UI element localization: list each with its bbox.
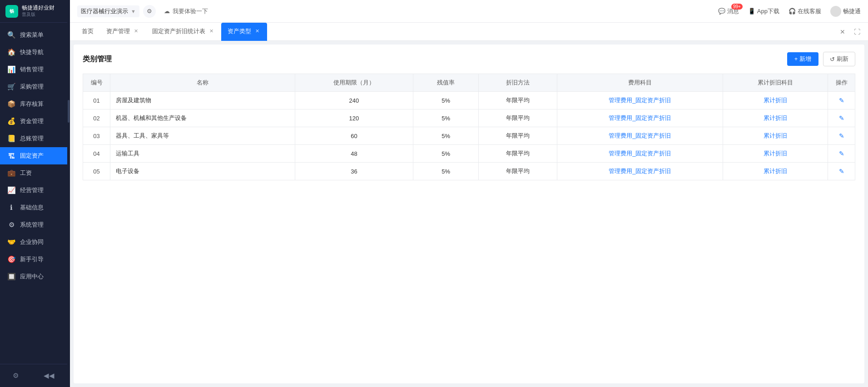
sidebar-item-guide[interactable]: 🎯 新手引导 xyxy=(0,251,67,268)
sidebar-settings-btn[interactable]: ⚙ xyxy=(8,369,23,382)
nav-label-operations: 经营管理 xyxy=(20,186,44,194)
nav-label-system: 系统管理 xyxy=(20,221,44,229)
topbar-left: 医疗器械行业演示 ▼ ⚙ ☁ 我要体验一下 xyxy=(77,5,213,18)
category-table: 编号名称使用期限（月）残值率折旧方法费用科目累计折旧科目操作 01房屋及建筑物2… xyxy=(83,74,855,180)
topbar-settings-btn[interactable]: ⚙ xyxy=(143,5,156,18)
link-3-6[interactable]: 累计折旧 xyxy=(764,150,787,157)
sidebar-item-ledger[interactable]: 📒 总账管理 xyxy=(0,130,67,147)
cell-4-1: 电子设备 xyxy=(110,163,295,180)
edit-icon-3[interactable]: ✎ xyxy=(839,150,844,157)
nav-icon-cooperation: 🤝 xyxy=(7,238,15,246)
tab-asset-type[interactable]: 资产类型✕ xyxy=(221,23,267,41)
tab-close-asset-mgmt[interactable]: ✕ xyxy=(133,28,139,35)
trial-cloud-icon: ☁ xyxy=(164,8,170,15)
link-0-6[interactable]: 累计折旧 xyxy=(764,97,787,104)
tab-depreciation[interactable]: 固定资产折旧统计表✕ xyxy=(146,23,221,41)
app-title: 畅捷通好业财 xyxy=(22,5,55,12)
nav-icon-sales: 📊 xyxy=(7,65,15,74)
link-2-6[interactable]: 累计折旧 xyxy=(764,132,787,139)
cell-0-4: 年限平均 xyxy=(479,92,557,109)
cell-3-5: 管理费用_固定资产折旧 xyxy=(557,145,723,163)
edit-icon-0[interactable]: ✎ xyxy=(839,97,844,104)
sidebar-item-quick-nav[interactable]: 🏠 快捷导航 xyxy=(0,44,67,61)
tab-home[interactable]: 首页 xyxy=(75,23,100,41)
sidebar-item-app-center[interactable]: 🔲 应用中心 xyxy=(0,268,67,285)
nav-icon-payroll: 💼 xyxy=(7,169,15,177)
cell-4-7[interactable]: ✎ xyxy=(828,163,855,180)
tab-close-depreciation[interactable]: ✕ xyxy=(208,28,215,35)
sidebar-item-sales[interactable]: 📊 销售管理 xyxy=(0,61,67,78)
company-selector[interactable]: 医疗器械行业演示 ▼ xyxy=(77,5,139,17)
cell-0-1: 房屋及建筑物 xyxy=(110,92,295,109)
messages-icon: 💬 xyxy=(718,8,725,15)
app-download-btn[interactable]: 📱 App下载 xyxy=(748,7,779,15)
cell-1-4: 年限平均 xyxy=(479,109,557,127)
link-0-5[interactable]: 管理费用_固定资产折旧 xyxy=(609,97,671,104)
close-tab-btn[interactable]: ✕ xyxy=(837,26,848,37)
trial-btn[interactable]: ☁ 我要体验一下 xyxy=(159,5,213,17)
new-button[interactable]: + 新增 xyxy=(787,52,818,66)
cell-1-7[interactable]: ✎ xyxy=(828,109,855,127)
sidebar-item-fixed-assets[interactable]: 🏗 固定资产 xyxy=(0,147,67,164)
customer-service-btn[interactable]: 🎧 在线客服 xyxy=(789,7,821,15)
sidebar-item-basic-info[interactable]: ℹ 基础信息 xyxy=(0,199,67,216)
cell-2-1: 器具、工具、家具等 xyxy=(110,127,295,145)
edit-icon-2[interactable]: ✎ xyxy=(839,132,844,139)
edit-icon-1[interactable]: ✎ xyxy=(839,114,844,122)
tab-asset-mgmt[interactable]: 资产管理✕ xyxy=(100,23,146,41)
app-subtitle: 普及版 xyxy=(22,11,55,18)
link-4-5[interactable]: 管理费用_固定资产折旧 xyxy=(609,168,671,174)
table-row: 03器具、工具、家具等605%年限平均管理费用_固定资产折旧累计折旧✎ xyxy=(83,127,855,145)
sidebar-collapse-btn[interactable]: ◀◀ xyxy=(39,369,59,382)
cell-1-5: 管理费用_固定资产折旧 xyxy=(557,109,723,127)
nav-icon-app-center: 🔲 xyxy=(7,273,15,281)
link-1-6[interactable]: 累计折旧 xyxy=(764,114,787,121)
sidebar-item-inventory[interactable]: 📦 库存核算 xyxy=(0,95,67,113)
cell-0-0: 01 xyxy=(83,92,110,109)
sidebar-item-operations[interactable]: 📈 经营管理 xyxy=(0,182,67,199)
sidebar-item-capital[interactable]: 💰 资金管理 xyxy=(0,113,67,130)
sidebar-item-purchase[interactable]: 🛒 采购管理 xyxy=(0,78,67,95)
sidebar-header: 畅 畅捷通好业财 普及版 xyxy=(0,0,67,23)
link-3-5[interactable]: 管理费用_固定资产折旧 xyxy=(609,150,671,157)
cell-0-7[interactable]: ✎ xyxy=(828,92,855,109)
table-row: 02机器、机械和其他生产设备1205%年限平均管理费用_固定资产折旧累计折旧✎ xyxy=(83,109,855,127)
cell-1-6: 累计折旧 xyxy=(723,109,828,127)
cell-3-1: 运输工具 xyxy=(110,145,295,163)
user-label: 畅捷通 xyxy=(843,7,861,15)
sidebar-item-system[interactable]: ⚙ 系统管理 xyxy=(0,216,67,233)
cell-0-6: 累计折旧 xyxy=(723,92,828,109)
cell-1-3: 5% xyxy=(413,109,479,127)
edit-icon-4[interactable]: ✎ xyxy=(839,168,844,175)
user-btn[interactable]: 畅捷通 xyxy=(830,6,861,17)
cell-4-2: 36 xyxy=(295,163,413,180)
cell-3-7[interactable]: ✎ xyxy=(828,145,855,163)
link-4-6[interactable]: 累计折旧 xyxy=(764,168,787,174)
refresh-label: 刷新 xyxy=(837,55,848,63)
sidebar-item-payroll[interactable]: 💼 工资 xyxy=(0,164,67,182)
tab-close-asset-type[interactable]: ✕ xyxy=(254,28,261,35)
sidebar-nav: 🔍 搜索菜单 🏠 快捷导航 📊 销售管理 🛒 采购管理 📦 库存核算 💰 资金管… xyxy=(0,24,67,364)
refresh-button[interactable]: ↺ 刷新 xyxy=(823,52,855,66)
sidebar-item-search[interactable]: 🔍 搜索菜单 xyxy=(0,26,67,44)
nav-icon-fixed-assets: 🏗 xyxy=(7,152,15,160)
messages-btn[interactable]: 💬 消息 99+ xyxy=(718,7,739,15)
nav-icon-search: 🔍 xyxy=(7,31,15,39)
link-2-5[interactable]: 管理费用_固定资产折旧 xyxy=(609,132,671,139)
sidebar-item-cooperation[interactable]: 🤝 企业协同 xyxy=(0,233,67,251)
nav-icon-ledger: 📒 xyxy=(7,134,15,143)
topbar-right: 💬 消息 99+ 📱 App下载 🎧 在线客服 畅捷通 xyxy=(718,6,861,17)
tab-label-asset-mgmt: 资产管理 xyxy=(106,27,130,35)
tab-label-home: 首页 xyxy=(82,27,94,35)
refresh-icon: ↺ xyxy=(830,56,835,63)
cell-2-3: 5% xyxy=(413,127,479,145)
app-logo: 畅 xyxy=(5,5,18,18)
expand-btn[interactable]: ⛶ xyxy=(852,26,863,37)
cell-4-4: 年限平均 xyxy=(479,163,557,180)
col-header-6: 累计折旧科目 xyxy=(723,74,828,92)
cell-3-2: 48 xyxy=(295,145,413,163)
table-header: 编号名称使用期限（月）残值率折旧方法费用科目累计折旧科目操作 xyxy=(83,74,855,92)
cell-2-7[interactable]: ✎ xyxy=(828,127,855,145)
link-1-5[interactable]: 管理费用_固定资产折旧 xyxy=(609,114,671,121)
cell-0-2: 240 xyxy=(295,92,413,109)
